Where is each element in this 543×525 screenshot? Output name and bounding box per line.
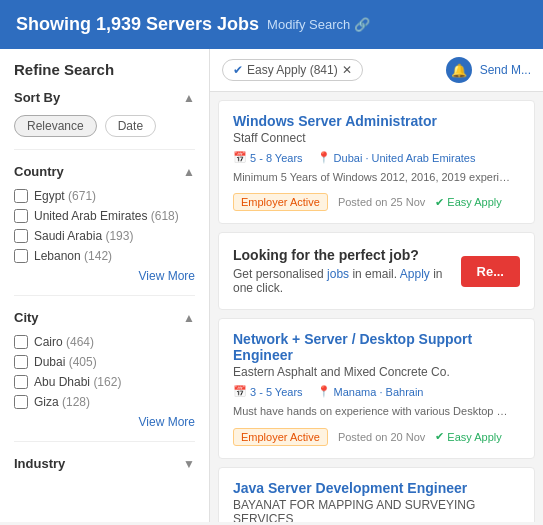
easy-apply-check-1: ✔	[435, 430, 444, 443]
industry-label: Industry	[14, 456, 65, 471]
job-description-0: Minimum 5 Years of Windows 2012, 2016, 2…	[233, 170, 513, 185]
job-meta-1: 📅 3 - 5 Years 📍 Manama · Bahrain	[233, 385, 520, 398]
country-view-more[interactable]: View More	[14, 269, 195, 283]
country-item-lebanon[interactable]: Lebanon (142)	[14, 249, 195, 263]
send-me-jobs-link[interactable]: Send M...	[480, 63, 531, 77]
industry-header[interactable]: Industry ▼	[14, 456, 195, 471]
city-name-abudhabi: Abu Dhabi (162)	[34, 375, 121, 389]
city-name-dubai: Dubai (405)	[34, 355, 97, 369]
city-checkbox-giza[interactable]	[14, 395, 28, 409]
industry-chevron: ▼	[183, 457, 195, 471]
main-layout: Refine Search Sort By ▲ Relevance Date C…	[0, 49, 543, 522]
sort-buttons: Relevance Date	[14, 115, 195, 137]
briefcase-icon-1: 📅	[233, 385, 247, 398]
city-view-more[interactable]: View More	[14, 415, 195, 429]
city-section: City ▲ Cairo (464) Dubai (405) Abu Dhabi…	[14, 310, 195, 442]
refine-search-title: Refine Search	[14, 61, 195, 78]
country-checkbox-lebanon[interactable]	[14, 249, 28, 263]
city-item-dubai[interactable]: Dubai (405)	[14, 355, 195, 369]
easy-apply-tag-1[interactable]: ✔ Easy Apply	[435, 430, 501, 443]
personalised-jobs-card: Looking for the perfect job? Get persona…	[218, 232, 535, 310]
city-name-cairo: Cairo (464)	[34, 335, 94, 349]
link-icon: 🔗	[354, 17, 370, 32]
job-meta-0: 📅 5 - 8 Years 📍 Dubai · United Arab Emir…	[233, 151, 520, 164]
jobs-link[interactable]: jobs	[327, 267, 349, 281]
easy-apply-close-icon: ✕	[342, 63, 352, 77]
job-experience-0: 📅 5 - 8 Years	[233, 151, 303, 164]
employer-badge-0: Employer Active	[233, 193, 328, 211]
filter-bar: ✔ Easy Apply (841) ✕ 🔔 Send M...	[210, 49, 543, 92]
employer-badge-1: Employer Active	[233, 428, 328, 446]
country-name-egypt: Egypt (671)	[34, 189, 96, 203]
job-location-1: 📍 Manama · Bahrain	[317, 385, 424, 398]
job-company-1: Eastern Asphalt and Mixed Concrete Co.	[233, 365, 520, 379]
apply-link[interactable]: Apply	[400, 267, 430, 281]
country-checkbox-saudi[interactable]	[14, 229, 28, 243]
job-title-0[interactable]: Windows Server Administrator	[233, 113, 520, 129]
country-checkbox-uae[interactable]	[14, 209, 28, 223]
easy-apply-tag-0[interactable]: ✔ Easy Apply	[435, 196, 501, 209]
job-card-1: Network + Server / Desktop Support Engin…	[218, 318, 535, 458]
job-company-2: BAYANAT FOR MAPPING AND SURVEYING SERVIC…	[233, 498, 520, 522]
page-title: Showing 1,939 Servers Jobs	[16, 14, 259, 35]
personalised-register-button[interactable]: Re...	[461, 256, 520, 287]
country-item-saudi[interactable]: Saudi Arabia (193)	[14, 229, 195, 243]
city-checkbox-dubai[interactable]	[14, 355, 28, 369]
city-chevron: ▲	[183, 311, 195, 325]
location-icon-1: 📍	[317, 385, 331, 398]
city-item-abudhabi[interactable]: Abu Dhabi (162)	[14, 375, 195, 389]
location-icon: 📍	[317, 151, 331, 164]
easy-apply-tag-label: Easy Apply (841)	[247, 63, 338, 77]
job-footer-0: Employer Active Posted on 25 Nov ✔ Easy …	[233, 193, 520, 211]
sort-by-chevron: ▲	[183, 91, 195, 105]
personalised-card-text: Looking for the perfect job? Get persona…	[233, 247, 461, 295]
city-header: City ▲	[14, 310, 195, 325]
easy-apply-check-icon: ✔	[233, 63, 243, 77]
city-name-giza: Giza (128)	[34, 395, 90, 409]
bell-icon: 🔔	[451, 63, 467, 78]
country-header: Country ▲	[14, 164, 195, 179]
sort-by-section: Sort By ▲ Relevance Date	[14, 90, 195, 150]
job-experience-1: 📅 3 - 5 Years	[233, 385, 303, 398]
country-item-egypt[interactable]: Egypt (671)	[14, 189, 195, 203]
modify-search-link[interactable]: Modify Search 🔗	[267, 17, 370, 32]
page-header: Showing 1,939 Servers Jobs Modify Search…	[0, 0, 543, 49]
job-card-2: Java Server Development Engineer BAYANAT…	[218, 467, 535, 522]
city-item-cairo[interactable]: Cairo (464)	[14, 335, 195, 349]
job-listing-content: ✔ Easy Apply (841) ✕ 🔔 Send M... Windows…	[210, 49, 543, 522]
job-card-0: Windows Server Administrator Staff Conne…	[218, 100, 535, 224]
city-checkbox-abudhabi[interactable]	[14, 375, 28, 389]
personalised-title: Looking for the perfect job?	[233, 247, 461, 263]
country-chevron: ▲	[183, 165, 195, 179]
job-description-1: Must have hands on experience with vario…	[233, 404, 513, 419]
country-label: Country	[14, 164, 64, 179]
sidebar: Refine Search Sort By ▲ Relevance Date C…	[0, 49, 210, 522]
posted-date-0: Posted on 25 Nov	[338, 196, 425, 208]
city-label: City	[14, 310, 39, 325]
country-checkbox-egypt[interactable]	[14, 189, 28, 203]
personalised-subtitle: Get personalised jobs in email. Apply in…	[233, 267, 461, 295]
country-item-uae[interactable]: United Arab Emirates (618)	[14, 209, 195, 223]
job-location-0: 📍 Dubai · United Arab Emirates	[317, 151, 476, 164]
city-item-giza[interactable]: Giza (128)	[14, 395, 195, 409]
sort-by-label: Sort By	[14, 90, 60, 105]
country-name-saudi: Saudi Arabia (193)	[34, 229, 133, 243]
filter-bar-actions: 🔔 Send M...	[446, 57, 531, 83]
city-checkbox-cairo[interactable]	[14, 335, 28, 349]
posted-date-1: Posted on 20 Nov	[338, 431, 425, 443]
job-title-2[interactable]: Java Server Development Engineer	[233, 480, 520, 496]
industry-section: Industry ▼	[14, 456, 195, 471]
notification-bell-button[interactable]: 🔔	[446, 57, 472, 83]
job-company-0: Staff Connect	[233, 131, 520, 145]
country-section: Country ▲ Egypt (671) United Arab Emirat…	[14, 164, 195, 296]
country-name-uae: United Arab Emirates (618)	[34, 209, 179, 223]
easy-apply-filter-tag[interactable]: ✔ Easy Apply (841) ✕	[222, 59, 363, 81]
country-name-lebanon: Lebanon (142)	[34, 249, 112, 263]
sort-relevance-button[interactable]: Relevance	[14, 115, 97, 137]
sort-date-button[interactable]: Date	[105, 115, 156, 137]
sort-by-header: Sort By ▲	[14, 90, 195, 105]
job-title-1[interactable]: Network + Server / Desktop Support Engin…	[233, 331, 520, 363]
briefcase-icon: 📅	[233, 151, 247, 164]
job-footer-1: Employer Active Posted on 20 Nov ✔ Easy …	[233, 428, 520, 446]
easy-apply-check-0: ✔	[435, 196, 444, 209]
